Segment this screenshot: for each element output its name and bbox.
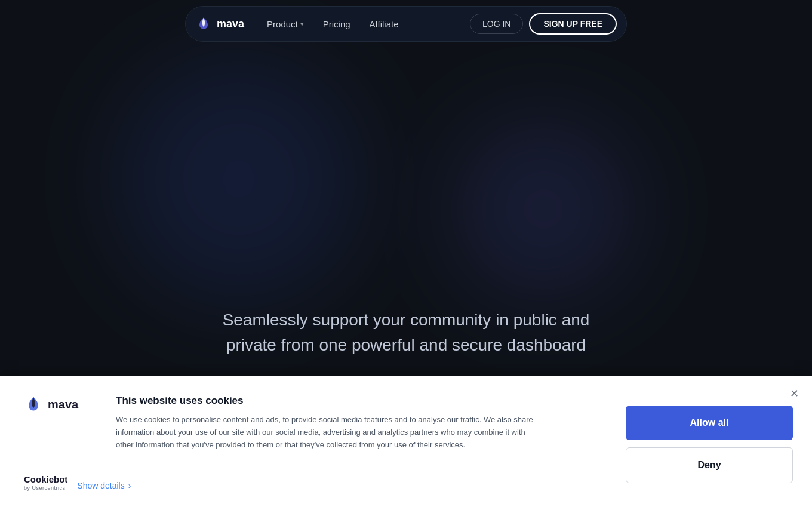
cookiebot-logo: Cookiebot by Usercentrics [24, 475, 67, 496]
nav-link-affiliate[interactable]: Affiliate [361, 14, 407, 34]
cookie-mava-logo: mava [24, 395, 102, 414]
nav-logo[interactable]: mava [195, 16, 244, 32]
cookie-body: We use cookies to personalise content an… [116, 414, 534, 451]
mava-logo-icon [195, 16, 212, 32]
nav-actions: LOG IN SIGN UP FREE [470, 13, 617, 35]
main-nav: mava Product ▾ Pricing Affiliate LOG IN … [185, 6, 627, 42]
signup-button[interactable]: SIGN UP FREE [529, 13, 617, 35]
cookie-title: This website uses cookies [116, 395, 592, 407]
show-details-label: Show details [77, 481, 124, 490]
show-details-link[interactable]: Show details › [77, 481, 131, 490]
cookiebot-brand-text: Cookiebot [24, 475, 67, 485]
allow-all-button[interactable]: Allow all [626, 406, 793, 440]
cookie-footer: Cookiebot by Usercentrics Show details › [24, 475, 592, 496]
cookiebot-sub-text: by Usercentrics [24, 485, 66, 491]
cookie-mava-logo-text: mava [48, 398, 78, 411]
cookie-close-button[interactable]: ✕ [786, 385, 802, 402]
hero-headline: Seamlessly support your community in pub… [197, 308, 615, 358]
close-icon: ✕ [790, 387, 799, 400]
deny-button[interactable]: Deny [626, 447, 793, 483]
nav-link-pricing[interactable]: Pricing [315, 14, 359, 34]
chevron-right-icon: › [128, 481, 131, 490]
cookie-mava-logo-icon [24, 395, 43, 414]
nav-links: Product ▾ Pricing Affiliate [259, 14, 460, 34]
cookie-content: This website uses cookies We use cookies… [116, 395, 592, 451]
cookie-banner: mava This website uses cookies We use co… [0, 376, 812, 513]
cookie-left-panel: mava This website uses cookies We use co… [0, 376, 616, 513]
nav-logo-text: mava [217, 18, 244, 30]
hero-section: Seamlessly support your community in pub… [197, 308, 615, 358]
nav-link-product[interactable]: Product ▾ [259, 14, 312, 34]
bg-glow-1 [119, 60, 358, 299]
cookie-right-panel: ✕ Allow all Deny [616, 376, 812, 513]
login-button[interactable]: LOG IN [470, 14, 523, 34]
bg-glow-2 [454, 119, 633, 299]
chevron-down-icon: ▾ [300, 20, 304, 28]
